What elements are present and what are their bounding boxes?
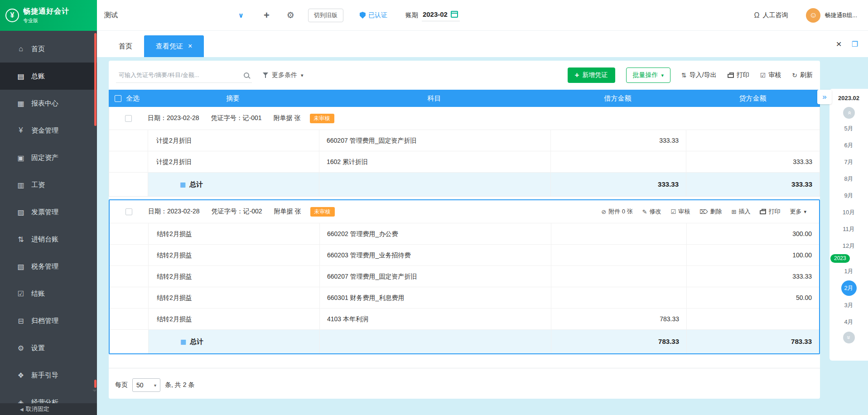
timeline-month[interactable]: 10月 (829, 204, 868, 221)
select-all-checkbox[interactable] (115, 95, 121, 102)
period-picker[interactable]: 2023-02 (422, 9, 460, 21)
voucher-entry-row[interactable]: 结转2月损益660301 财务费用_利息费用50.00 (110, 287, 819, 308)
voucher-header-row[interactable]: 日期：2023-02-28凭证字号：记-002附单据 张未审核⊘附件 0 张✎修… (110, 200, 819, 223)
unpin-sidebar-button[interactable]: ◀ 取消固定 (0, 403, 97, 415)
brand-icon: ¥ (5, 9, 19, 22)
sidebar-item[interactable]: ▦报表中心 (0, 90, 97, 117)
fullscreen-icon[interactable]: ❐ (852, 40, 858, 48)
sidebar-item[interactable]: ¥资金管理 (0, 117, 97, 144)
user-name[interactable]: 畅捷通B组... (825, 11, 857, 19)
refresh-button[interactable]: ↻ 刷新 (792, 71, 813, 79)
sidebar-item[interactable]: ▤总账 (0, 63, 97, 90)
timeline-month[interactable]: 11月 (829, 221, 868, 237)
timeline-month[interactable]: 6月 (829, 137, 868, 154)
voucher-entry-row[interactable]: 计提2月折旧660207 管理费用_固定资产折旧333.33 (109, 130, 820, 151)
cell-summary: 结转2月损益 (148, 223, 319, 244)
add-voucher-button[interactable]: + 新增凭证 (568, 68, 615, 83)
sidebar-item[interactable]: ▣固定资产 (0, 144, 97, 171)
voucher-entry-row[interactable]: 结转2月损益660207 管理费用_固定资产折旧333.33 (110, 265, 819, 287)
more-filters-button[interactable]: 更多条件 ▾ (263, 71, 304, 79)
voucher-checkbox[interactable] (125, 208, 132, 215)
cell-credit: 300.00 (686, 223, 819, 244)
tab-view-voucher[interactable]: 查看凭证 × (144, 35, 204, 57)
sidebar-item[interactable]: ▨发票管理 (0, 198, 97, 226)
voucher-entry-row[interactable]: 结转2月损益660202 管理费用_办公费300.00 (110, 223, 819, 244)
sidebar-item[interactable]: ⊟归档管理 (0, 307, 97, 334)
close-tab-icon[interactable]: × (188, 42, 192, 50)
select-all-cell: 全选 (109, 94, 147, 103)
voucher-entry-row[interactable]: 结转2月损益4103 本年利润783.33 (110, 308, 819, 329)
attachment-link[interactable]: ⊘附件 0 张 (601, 208, 632, 216)
cell-credit (686, 309, 819, 329)
sidebar-item-label: 报表中心 (31, 99, 58, 108)
status-badge: 未审核 (310, 114, 334, 123)
print-label: 打印 (737, 71, 749, 79)
search-icon[interactable] (244, 72, 249, 78)
sidebar-item[interactable]: ◈经营分析 (0, 389, 97, 403)
timeline-year-badge: 2023 (830, 254, 850, 263)
certified-badge[interactable]: 已认证 (360, 11, 387, 19)
audit-button[interactable]: ☑ 审核 (760, 71, 781, 79)
timeline-month[interactable]: 8月 (829, 170, 868, 187)
add-voucher-label: 新增凭证 (583, 71, 608, 79)
analysis-icon: ◈ (16, 398, 25, 404)
action-label: 修改 (650, 208, 661, 216)
sidebar-item[interactable]: ▧税务管理 (0, 253, 97, 280)
import-export-button[interactable]: ⇅ 导入/导出 (681, 71, 717, 79)
avatar[interactable]: ☺ (806, 8, 820, 23)
sidebar-item[interactable]: ⇅进销台账 (0, 226, 97, 253)
timeline-scroll-up-icon[interactable]: » (843, 107, 855, 119)
edit-link[interactable]: ✎修改 (642, 208, 661, 216)
sidebar-scrollbar-segment[interactable] (94, 380, 96, 388)
timeline-month[interactable]: 9月 (829, 187, 868, 204)
sidebar-item[interactable]: ⌂首页 (0, 35, 97, 63)
tab-label: 查看凭证 (156, 42, 183, 51)
account-set-selector[interactable]: 测试 ∨ (101, 11, 246, 19)
cell-summary: 计提2月折旧 (148, 130, 319, 151)
page-size-select[interactable]: 50 ▾ (132, 378, 160, 392)
select-all-label: 全选 (126, 94, 140, 103)
sidebar-item[interactable]: ▥工资 (0, 171, 97, 198)
timeline-month[interactable]: 2月 (841, 280, 857, 296)
add-icon[interactable]: + (264, 10, 270, 21)
print-link[interactable]: 打印 (760, 208, 780, 216)
timeline-month[interactable]: 7月 (829, 154, 868, 170)
support-button[interactable]: Ω 人工咨询 (754, 11, 788, 19)
delete-link[interactable]: ⌦删除 (699, 208, 722, 216)
certified-label: 已认证 (368, 11, 387, 19)
timeline-scroll-down-icon[interactable]: » (843, 332, 855, 343)
collapse-timeline-button[interactable]: » (817, 90, 832, 104)
timeline-month[interactable]: 4月 (829, 314, 868, 330)
accounting-period[interactable]: 账期 2023-02 (405, 9, 460, 21)
status-badge: 未审核 (310, 207, 335, 217)
tab-home[interactable]: 首页 (107, 35, 144, 57)
sidebar-item[interactable]: ⚙设置 (0, 334, 97, 362)
insert-link[interactable]: ⊞插入 (732, 208, 751, 216)
voucher-search-input[interactable]: 可输入凭证号/摘要/科目/金额... (116, 68, 252, 83)
timeline-month[interactable]: 12月 (829, 237, 868, 254)
gear-icon[interactable]: ⚙ (287, 10, 294, 20)
close-icon[interactable]: × (836, 39, 841, 49)
timeline-month[interactable]: 3月 (829, 297, 868, 314)
more-link[interactable]: 更多▾ (790, 208, 806, 216)
switch-old-version-button[interactable]: 切到旧版 (308, 9, 343, 22)
audit-link[interactable]: ☑审核 (671, 208, 690, 216)
print-button[interactable]: 打印 (728, 71, 749, 79)
voucher-actions: ⊘附件 0 张✎修改☑审核⌦删除⊞插入打印更多▾ (601, 208, 819, 216)
sidebar-item[interactable]: ☑结账 (0, 280, 97, 307)
voucher-checkbox[interactable] (125, 115, 132, 122)
column-header-debit: 借方金额 (550, 94, 685, 103)
timeline-month[interactable]: 5月 (829, 120, 868, 137)
voucher-header-row[interactable]: 日期：2023-02-28凭证字号：记-001附单据 张未审核 (109, 107, 820, 130)
sidebar-item-label: 税务管理 (31, 262, 58, 271)
fixed-assets-icon: ▣ (16, 154, 25, 162)
import-export-icon: ⇅ (681, 72, 687, 79)
sidebar-item[interactable]: ❖新手引导 (0, 362, 97, 389)
voucher-entry-row[interactable]: 计提2月折旧1602 累计折旧333.33 (109, 151, 820, 172)
purchase-sales-icon: ⇅ (16, 235, 25, 244)
cell-summary: 计提2月折旧 (148, 151, 319, 172)
voucher-entry-row[interactable]: 结转2月损益660203 管理费用_业务招待费100.00 (110, 244, 819, 265)
sidebar-scrollbar-thumb[interactable] (94, 33, 96, 126)
batch-operations-button[interactable]: 批量操作 ▾ (626, 68, 671, 83)
timeline-month[interactable]: 1月 (829, 263, 868, 280)
